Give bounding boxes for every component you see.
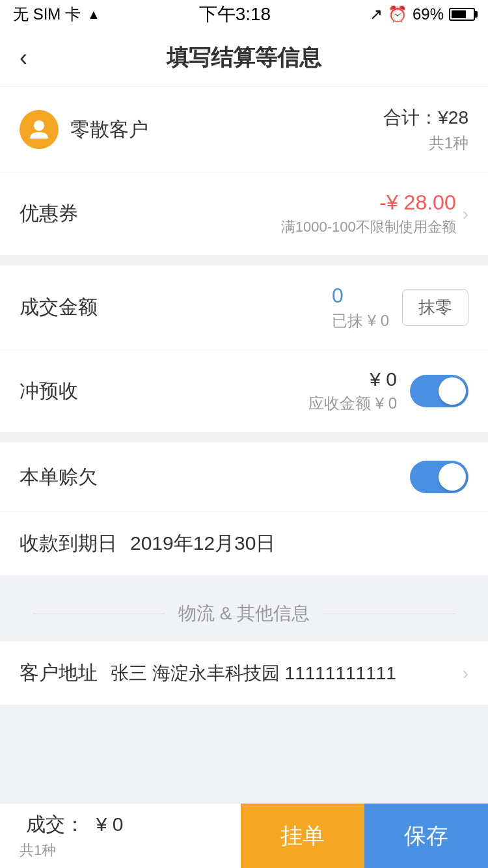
- bottom-deal-amount: ¥ 0: [96, 813, 124, 835]
- total-amount: 合计：¥28: [383, 105, 468, 130]
- save-button[interactable]: 保存: [364, 804, 488, 869]
- bottom-deal-text: 成交： ¥ 0: [20, 811, 221, 838]
- customer-name: 零散客户: [70, 116, 148, 143]
- prepay-value: ¥ 0: [308, 368, 397, 390]
- logistics-section: 物流 & 其他信息: [0, 586, 488, 642]
- due-date-row[interactable]: 收款到期日 2019年12月30日: [0, 511, 488, 575]
- alarm-icon: ⏰: [388, 5, 407, 23]
- coupon-content: -¥ 28.00 满1000-100不限制使用金额: [281, 191, 456, 237]
- customer-section: 零散客户 合计：¥28 共1种 优惠券 -¥ 28.00 满1000-100不限…: [0, 87, 488, 255]
- bottom-bar: 成交： ¥ 0 共1种 挂单 保存: [0, 803, 488, 868]
- page-title: 填写结算等信息: [167, 43, 321, 73]
- deal-amount-value: 0: [332, 284, 389, 308]
- svg-point-0: [34, 120, 44, 131]
- customer-avatar: [20, 110, 59, 149]
- status-bar: 无 SIM 卡 ▲ 下午3:18 ↗ ⏰ 69%: [0, 0, 488, 29]
- customer-info: 零散客户: [20, 110, 148, 149]
- coupon-right: -¥ 28.00 满1000-100不限制使用金额 ›: [281, 191, 468, 237]
- bottom-deal-label: 成交：: [26, 813, 85, 835]
- content: 零散客户 合计：¥28 共1种 优惠券 -¥ 28.00 满1000-100不限…: [0, 87, 488, 793]
- debt-label: 本单赊欠: [20, 464, 98, 491]
- deal-amount-content: 0 已抹 ¥ 0: [332, 284, 389, 331]
- debt-row: 本单赊欠: [0, 442, 488, 511]
- coupon-label: 优惠券: [20, 200, 78, 227]
- address-value: 张三 海淀永丰科技园 11111111111: [111, 661, 463, 686]
- back-button[interactable]: ‹: [20, 44, 27, 72]
- due-date-label: 收款到期日: [20, 530, 117, 557]
- address-chevron-icon: ›: [463, 663, 468, 684]
- coupon-row[interactable]: 优惠券 -¥ 28.00 满1000-100不限制使用金额 ›: [0, 172, 488, 255]
- coupon-chevron-icon: ›: [463, 204, 468, 224]
- prepay-label: 冲预收: [20, 378, 78, 405]
- deal-amount-right: 0 已抹 ¥ 0 抹零: [332, 284, 468, 331]
- address-row[interactable]: 客户地址 张三 海淀永丰科技园 11111111111 ›: [0, 642, 488, 705]
- coupon-discount: -¥ 28.00: [281, 191, 456, 215]
- bottom-summary: 成交： ¥ 0 共1种: [0, 811, 241, 860]
- prepay-toggle[interactable]: [410, 375, 468, 407]
- battery-icon: [449, 8, 475, 21]
- status-indicators: ↗ ⏰ 69%: [370, 5, 475, 23]
- coupon-description: 满1000-100不限制使用金额: [281, 217, 456, 237]
- debt-section: 本单赊欠 收款到期日 2019年12月30日: [0, 442, 488, 575]
- deal-section: 成交金额 0 已抹 ¥ 0 抹零 冲预收 ¥ 0 应收金额 ¥ 0: [0, 265, 488, 432]
- nav-bar: ‹ 填写结算等信息: [0, 29, 488, 87]
- status-carrier: 无 SIM 卡 ▲: [13, 4, 100, 25]
- logistics-title: 物流 & 其他信息: [178, 601, 310, 626]
- debt-toggle[interactable]: [410, 461, 468, 493]
- prepay-sub: 应收金额 ¥ 0: [308, 393, 397, 414]
- customer-total: 合计：¥28 共1种: [383, 105, 468, 154]
- address-section: 客户地址 张三 海淀永丰科技园 11111111111 ›: [0, 642, 488, 705]
- deal-amount-row: 成交金额 0 已抹 ¥ 0 抹零: [0, 265, 488, 350]
- deal-amount-sub: 已抹 ¥ 0: [332, 310, 389, 331]
- hangup-button[interactable]: 挂单: [241, 804, 364, 869]
- due-date-value: 2019年12月30日: [130, 530, 275, 557]
- prepay-right: ¥ 0 应收金额 ¥ 0: [308, 368, 468, 414]
- wifi-icon: ▲: [87, 7, 100, 22]
- carrier-text: 无 SIM 卡: [13, 4, 81, 25]
- prepay-row: 冲预收 ¥ 0 应收金额 ¥ 0: [0, 350, 488, 432]
- location-icon: ↗: [370, 5, 383, 23]
- battery-percentage: 69%: [413, 5, 444, 23]
- round-off-button[interactable]: 抹零: [402, 289, 468, 326]
- status-time: 下午3:18: [199, 2, 271, 27]
- address-label: 客户地址: [20, 660, 98, 686]
- deal-amount-label: 成交金额: [20, 294, 98, 321]
- bottom-count: 共1种: [20, 841, 221, 860]
- logistics-header: 物流 & 其他信息: [0, 586, 488, 642]
- prepay-amount: ¥ 0 应收金额 ¥ 0: [308, 368, 397, 414]
- customer-row: 零散客户 合计：¥28 共1种: [0, 87, 488, 172]
- total-count: 共1种: [383, 133, 468, 154]
